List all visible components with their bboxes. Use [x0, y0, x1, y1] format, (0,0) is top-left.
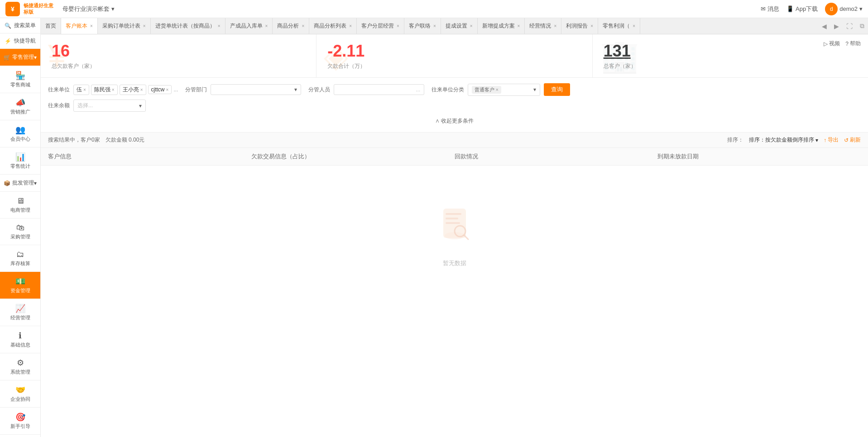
- quick-nav-icon: ⚡: [5, 38, 11, 44]
- sidebar-item-label: 快捷导航: [14, 37, 36, 45]
- tab-close-goods-analysis-list[interactable]: ×: [349, 24, 352, 28]
- filter-tag-wang-remove[interactable]: ×: [140, 87, 143, 92]
- logo-area: ¥ 畅捷通好生意 标版: [5, 2, 53, 16]
- sidebar-item-finance[interactable]: 💵 资金管理: [0, 272, 40, 299]
- inventory-icon: 🗂: [16, 250, 24, 259]
- sidebar-item-new-guide[interactable]: 🎯 新手引导: [0, 408, 40, 435]
- new-guide-icon: 🎯: [15, 412, 25, 422]
- tab-biz-status[interactable]: 经营情况 ×: [525, 18, 561, 34]
- tab-stock-stats[interactable]: 进货单统计表（按商品） ×: [151, 18, 225, 34]
- biz-mgmt-icon: 📈: [15, 304, 25, 314]
- sidebar-item-retail-mgmt[interactable]: 🛒 零售管理 ▾: [0, 49, 40, 66]
- tab-next-btn[interactable]: ▶: [830, 23, 843, 30]
- sidebar-item-retail-stats[interactable]: 📊 零售统计: [0, 147, 40, 175]
- filter-tag-wu: 伍 ×: [73, 85, 89, 95]
- sys-mgmt-icon: ⚙: [17, 358, 24, 368]
- filter-tag-container: 伍 × 陈民强 × 王小亮 ×: [73, 85, 178, 95]
- dept-select[interactable]: ▾: [211, 84, 301, 95]
- tab-goods-analysis[interactable]: 商品分析 ×: [273, 18, 309, 34]
- filter-tag-chen-remove[interactable]: ×: [112, 87, 115, 92]
- filter-label-category: 往来单位分类: [432, 86, 464, 94]
- person-select[interactable]: ...: [334, 84, 424, 95]
- retail-stats-icon: 📊: [15, 152, 25, 162]
- category-select[interactable]: 普通客户 × ▾: [468, 84, 540, 96]
- tab-close-profit-report[interactable]: ×: [590, 24, 593, 28]
- sidebar-item-wholesale[interactable]: 📦 批发管理 ▾: [0, 175, 40, 192]
- sort-select[interactable]: 排序：按欠款金额倒序排序 ▾: [749, 136, 818, 144]
- results-bar: 搜索结果中，客户0家 欠款金额 0.00元 排序： 排序：按欠款金额倒序排序 ▾…: [41, 133, 868, 148]
- tab-purchase-order[interactable]: 采购订单统计表 ×: [98, 18, 151, 34]
- sidebar-item-purchase[interactable]: 🛍 采购管理: [0, 218, 40, 245]
- filter-tag-cjttcw-remove[interactable]: ×: [166, 87, 169, 92]
- tab-goods-analysis-list[interactable]: 商品分析列表 ×: [309, 18, 357, 34]
- sidebar-item-biz-mgmt[interactable]: 📈 经营管理: [0, 299, 40, 326]
- tab-close-customer-book[interactable]: ×: [90, 24, 93, 28]
- wholesale-icon: 📦: [4, 180, 10, 186]
- svg-rect-2: [446, 213, 461, 215]
- message-btn[interactable]: ✉ 消息: [761, 5, 779, 13]
- sidebar-item-inventory[interactable]: 🗂 库存核算: [0, 245, 40, 272]
- tab-raise-settings[interactable]: 提成设置 ×: [441, 18, 478, 34]
- tab-close-customer-contact[interactable]: ×: [433, 24, 436, 28]
- export-btn[interactable]: ↑ 导出: [824, 136, 839, 144]
- tab-close-new-raise-plan[interactable]: ×: [518, 24, 520, 28]
- tab-close-product-entry[interactable]: ×: [265, 24, 268, 28]
- top-bar: ¥ 畅捷通好生意 标版 母婴行业演示帐套 ▾ ✉ 消息 📱 App下载 d de…: [0, 0, 868, 18]
- filter-label-balance: 往来余额: [48, 102, 70, 109]
- sidebar-item-retail-mall[interactable]: 🏪 零售商城: [0, 66, 40, 93]
- sidebar-item-enterprise[interactable]: 🤝 企业协同: [0, 380, 40, 408]
- normal-tag-remove[interactable]: ×: [495, 87, 498, 92]
- query-button[interactable]: 查询: [544, 83, 570, 96]
- tab-maximize-btn[interactable]: ⛶: [843, 23, 856, 30]
- sidebar-item-quick-nav[interactable]: ⚡ 快捷导航: [0, 33, 40, 49]
- col-header-date: 到期未放款日期: [657, 152, 861, 161]
- tab-close-stock-stats[interactable]: ×: [218, 24, 221, 28]
- filter-tag-cjttcw: cjttcw ×: [148, 85, 172, 94]
- sidebar-item-sys-mgmt[interactable]: ⚙ 系统管理: [0, 353, 40, 380]
- tab-profit-report[interactable]: 利润报告 ×: [561, 18, 598, 34]
- filter-more-btn[interactable]: ...: [173, 86, 178, 93]
- content-area: 首页 客户账本 × 采购订单统计表 × 进货单统计表（按商品） × 产成品入库单…: [41, 18, 868, 437]
- tab-close-purchase-order[interactable]: ×: [143, 24, 146, 28]
- tab-close-goods-analysis[interactable]: ×: [302, 24, 304, 28]
- tab-close-raise-settings[interactable]: ×: [470, 24, 473, 28]
- sidebar-item-basic-info[interactable]: ℹ 基础信息: [0, 326, 40, 353]
- sidebar-item-search[interactable]: 🔍 搜索菜单: [0, 18, 40, 33]
- svg-rect-3: [446, 218, 458, 219]
- tab-new-raise-plan[interactable]: 新增提成方案 ×: [478, 18, 525, 34]
- tab-prev-btn[interactable]: ◀: [818, 23, 830, 30]
- refresh-btn[interactable]: ↺ 刷新: [844, 136, 861, 144]
- help-btn[interactable]: ? 帮助: [845, 40, 861, 48]
- tab-restore-btn[interactable]: ⧉: [856, 22, 868, 30]
- retail-mall-icon: 🏪: [15, 71, 25, 81]
- results-summary: 搜索结果中，客户0家: [48, 136, 100, 144]
- tab-close-biz-status[interactable]: ×: [554, 24, 556, 28]
- stat-block-customers: ¥ 16 总欠款客户（家）: [41, 34, 316, 77]
- sidebar-item-label: 搜索菜单: [14, 22, 36, 29]
- empty-state: 暂无数据: [41, 166, 868, 304]
- tab-close-customer-tier[interactable]: ×: [397, 24, 399, 28]
- tab-close-retail-profit[interactable]: ×: [633, 24, 635, 28]
- tab-actions: ◀ ▶ ⛶ ⧉: [818, 22, 868, 30]
- filter-label-dept: 分管部门: [185, 86, 207, 94]
- stats-header: ¥ 16 总欠款客户（家） ◈ -2.11 欠款合计（万） 🏢 131 总客户（…: [41, 34, 868, 78]
- app-download-btn[interactable]: 📱 App下载: [786, 5, 818, 13]
- sidebar-item-label: 零售管理: [12, 53, 34, 61]
- video-btn[interactable]: ▷ 视频: [824, 40, 840, 48]
- tab-customer-contact[interactable]: 客户联络 ×: [404, 18, 441, 34]
- tab-product-entry[interactable]: 产成品入库单 ×: [225, 18, 273, 34]
- collapse-btn[interactable]: ∧ 收起更多条件: [48, 115, 861, 127]
- sidebar-item-marketing[interactable]: 📣 营销推广: [0, 93, 40, 120]
- user-menu[interactable]: d demo2 ▾: [825, 3, 863, 15]
- filter-tag-wu-remove[interactable]: ×: [83, 87, 86, 92]
- table-header: 客户信息 欠款交易信息（占比） 回款情况 到期未放款日期: [41, 148, 868, 166]
- tab-customer-tier[interactable]: 客户分层经营 ×: [357, 18, 404, 34]
- balance-select[interactable]: 选择... ▾: [73, 100, 146, 112]
- tab-home[interactable]: 首页: [41, 18, 61, 34]
- account-dropdown[interactable]: 母婴行业演示帐套 ▾: [62, 5, 115, 13]
- sidebar-item-member[interactable]: 👥 会员中心: [0, 120, 40, 147]
- tab-customer-book[interactable]: 客户账本 ×: [61, 18, 98, 34]
- sidebar-item-app-center[interactable]: 📱 应用中心: [0, 435, 40, 437]
- tab-retail-profit[interactable]: 零售利润（ ×: [598, 18, 640, 34]
- sidebar-item-ecom[interactable]: 🖥 电商管理: [0, 192, 40, 218]
